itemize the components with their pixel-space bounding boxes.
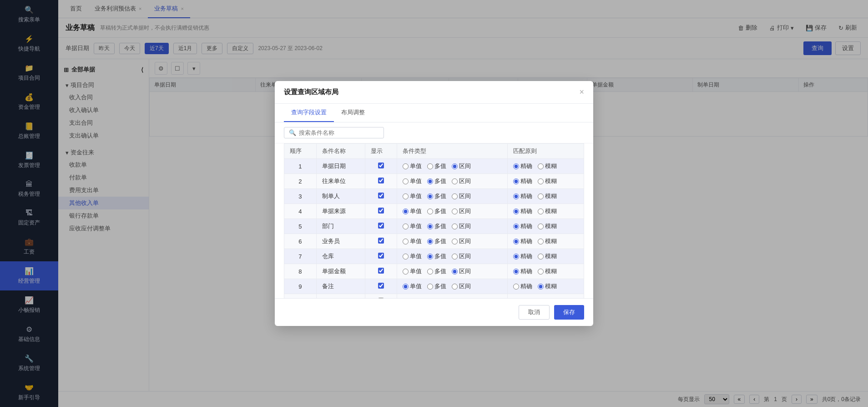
type-radio-input-range[interactable] <box>452 239 458 244</box>
show-checkbox[interactable] <box>378 193 384 198</box>
show-checkbox[interactable] <box>378 208 384 214</box>
type-radio-multi[interactable]: 多值 <box>427 237 446 245</box>
match-radio-fuzzy[interactable]: 模糊 <box>538 237 557 245</box>
match-radio-input-precise[interactable] <box>513 178 519 184</box>
type-radio-input-single[interactable] <box>403 178 409 184</box>
match-radio-precise[interactable]: 精确 <box>513 222 532 230</box>
show-checkbox[interactable] <box>378 268 384 274</box>
type-radio-range[interactable]: 区间 <box>452 162 471 170</box>
type-radio-single[interactable]: 单值 <box>403 207 422 215</box>
type-radio-input-single[interactable] <box>403 239 409 244</box>
match-radio-precise[interactable]: 精确 <box>513 162 532 170</box>
type-radio-multi[interactable]: 多值 <box>427 177 446 185</box>
type-radio-input-range[interactable] <box>452 209 458 214</box>
type-radio-input-range[interactable] <box>452 224 458 229</box>
match-radio-input-fuzzy[interactable] <box>538 224 544 229</box>
show-checkbox[interactable] <box>378 238 384 244</box>
match-radio-fuzzy[interactable]: 模糊 <box>538 192 557 200</box>
type-radio-range[interactable]: 区间 <box>452 222 471 230</box>
show-checkbox[interactable] <box>378 283 384 289</box>
show-checkbox[interactable] <box>378 163 384 168</box>
dialog-tab-layout-adjust[interactable]: 布局调整 <box>334 104 372 122</box>
type-radio-input-multi[interactable] <box>427 193 433 199</box>
match-radio-input-fuzzy[interactable] <box>538 284 544 290</box>
type-radio-input-multi[interactable] <box>427 178 433 184</box>
type-radio-input-single[interactable] <box>403 284 409 290</box>
type-radio-single[interactable]: 单值 <box>403 267 422 275</box>
type-radio-single[interactable]: 单值 <box>403 282 422 290</box>
type-radio-input-multi[interactable] <box>427 254 433 259</box>
match-radio-precise[interactable]: 精确 <box>513 252 532 260</box>
type-radio-input-range[interactable] <box>452 163 458 169</box>
match-radio-input-fuzzy[interactable] <box>538 239 544 244</box>
type-radio-input-single[interactable] <box>403 193 409 199</box>
type-radio-input-range[interactable] <box>452 178 458 184</box>
match-radio-precise[interactable]: 精确 <box>513 177 532 185</box>
match-radio-input-fuzzy[interactable] <box>538 178 544 184</box>
type-radio-input-range[interactable] <box>452 254 458 259</box>
type-radio-multi[interactable]: 多值 <box>427 207 446 215</box>
dialog-close-button[interactable]: × <box>579 87 584 97</box>
type-radio-input-multi[interactable] <box>427 224 433 229</box>
match-radio-fuzzy[interactable]: 模糊 <box>538 162 557 170</box>
cancel-button[interactable]: 取消 <box>519 305 550 320</box>
type-radio-multi[interactable]: 多值 <box>427 162 446 170</box>
match-radio-input-fuzzy[interactable] <box>538 193 544 199</box>
type-radio-single[interactable]: 单值 <box>403 252 422 260</box>
match-radio-fuzzy[interactable]: 模糊 <box>538 207 557 215</box>
type-radio-range[interactable]: 区间 <box>452 192 471 200</box>
match-radio-input-fuzzy[interactable] <box>538 269 544 275</box>
type-radio-range[interactable]: 区间 <box>452 252 471 260</box>
type-radio-multi[interactable]: 多值 <box>427 267 446 275</box>
match-radio-precise[interactable]: 精确 <box>513 237 532 245</box>
type-radio-single[interactable]: 单值 <box>403 162 422 170</box>
match-radio-fuzzy[interactable]: 模糊 <box>538 252 557 260</box>
type-radio-multi[interactable]: 多值 <box>427 282 446 290</box>
type-radio-range[interactable]: 区间 <box>452 177 471 185</box>
type-radio-input-multi[interactable] <box>427 269 433 275</box>
match-radio-input-precise[interactable] <box>513 269 519 275</box>
type-radio-range[interactable]: 区间 <box>452 237 471 245</box>
type-radio-multi[interactable]: 多值 <box>427 222 446 230</box>
type-radio-single[interactable]: 单值 <box>403 192 422 200</box>
type-radio-input-multi[interactable] <box>427 239 433 244</box>
match-radio-fuzzy[interactable]: 模糊 <box>538 282 557 290</box>
dialog-overlay[interactable]: 设置查询区域布局 × 查询字段设置 布局调整 🔍 <box>0 0 868 407</box>
match-radio-fuzzy[interactable]: 模糊 <box>538 177 557 185</box>
type-radio-range[interactable]: 区间 <box>452 207 471 215</box>
match-radio-input-fuzzy[interactable] <box>538 163 544 169</box>
show-checkbox[interactable] <box>378 178 384 183</box>
match-radio-input-precise[interactable] <box>513 163 519 169</box>
type-radio-input-single[interactable] <box>403 269 409 275</box>
type-radio-multi[interactable]: 多值 <box>427 192 446 200</box>
match-radio-precise[interactable]: 精确 <box>513 267 532 275</box>
match-radio-precise[interactable]: 精确 <box>513 207 532 215</box>
type-radio-range[interactable]: 区间 <box>452 282 471 290</box>
type-radio-input-range[interactable] <box>452 284 458 290</box>
dialog-save-button[interactable]: 保存 <box>554 305 584 320</box>
match-radio-input-precise[interactable] <box>513 209 519 214</box>
type-radio-range[interactable]: 区间 <box>452 267 471 275</box>
match-radio-input-fuzzy[interactable] <box>538 209 544 214</box>
match-radio-input-precise[interactable] <box>513 224 519 229</box>
match-radio-input-precise[interactable] <box>513 193 519 199</box>
match-radio-fuzzy[interactable]: 模糊 <box>538 222 557 230</box>
type-radio-input-single[interactable] <box>403 224 409 229</box>
show-checkbox[interactable] <box>378 223 384 229</box>
match-radio-input-precise[interactable] <box>513 239 519 244</box>
type-radio-input-single[interactable] <box>403 209 409 214</box>
match-radio-input-precise[interactable] <box>513 284 519 290</box>
type-radio-input-multi[interactable] <box>427 163 433 169</box>
type-radio-single[interactable]: 单值 <box>403 177 422 185</box>
dialog-search-field[interactable] <box>299 129 379 136</box>
match-radio-input-precise[interactable] <box>513 254 519 259</box>
type-radio-input-single[interactable] <box>403 254 409 259</box>
type-radio-input-multi[interactable] <box>427 209 433 214</box>
type-radio-input-range[interactable] <box>452 193 458 199</box>
match-radio-precise[interactable]: 精确 <box>513 192 532 200</box>
type-radio-multi[interactable]: 多值 <box>427 252 446 260</box>
match-radio-precise[interactable]: 精确 <box>513 282 532 290</box>
type-radio-input-single[interactable] <box>403 163 409 169</box>
type-radio-input-range[interactable] <box>452 269 458 275</box>
dialog-tab-field-settings[interactable]: 查询字段设置 <box>284 104 334 122</box>
